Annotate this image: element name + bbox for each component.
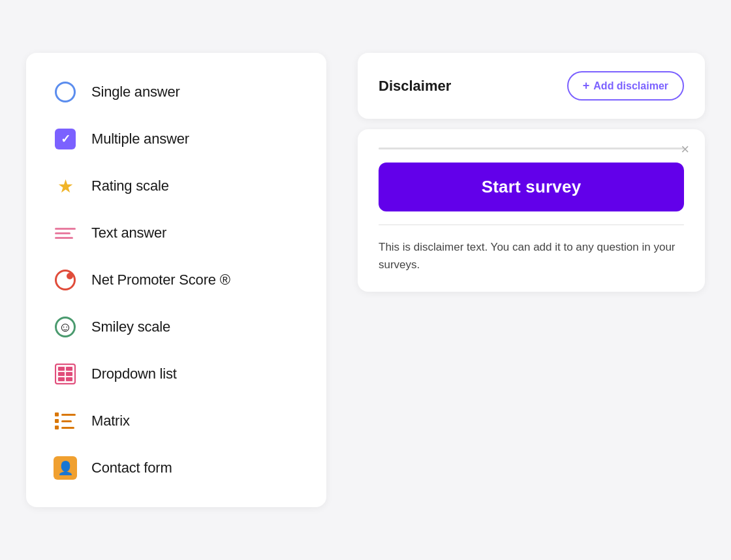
sidebar-item-smiley-scale[interactable]: ☺ Smiley scale (47, 303, 305, 350)
sidebar-item-label: Single answer (91, 84, 180, 101)
sidebar-item-matrix[interactable]: Matrix (47, 397, 305, 444)
disclaimer-card: Disclaimer + Add disclaimer (358, 53, 705, 119)
sidebar-item-dropdown-list[interactable]: Dropdown list (47, 350, 305, 397)
sidebar-item-label: Smiley scale (91, 319, 170, 335)
sidebar-item-label: Dropdown list (91, 366, 177, 382)
page-wrapper: Single answer Multiple answer ★ Rating s… (0, 27, 731, 533)
contact-form-icon: 👤 (52, 455, 78, 481)
smiley-scale-icon: ☺ (52, 314, 78, 340)
close-icon[interactable]: × (681, 142, 689, 157)
matrix-icon (52, 408, 78, 434)
add-disclaimer-label: Add disclaimer (593, 80, 668, 92)
sidebar-item-contact-form[interactable]: 👤 Contact form (47, 444, 305, 491)
bottom-divider (379, 225, 684, 225)
sidebar-item-label: Matrix (91, 412, 130, 429)
right-panel: Disclaimer + Add disclaimer × Start surv… (358, 53, 705, 292)
rating-scale-icon: ★ (52, 173, 78, 199)
sidebar-item-label: Multiple answer (91, 131, 189, 148)
disclaimer-title: Disclaimer (379, 78, 451, 95)
start-survey-button[interactable]: Start survey (379, 163, 684, 211)
plus-icon: + (583, 79, 590, 93)
add-disclaimer-button[interactable]: + Add disclaimer (567, 71, 684, 101)
dropdown-list-icon (52, 361, 78, 387)
left-panel: Single answer Multiple answer ★ Rating s… (26, 53, 326, 507)
sidebar-item-single-answer[interactable]: Single answer (47, 69, 305, 116)
sidebar-item-label: Text answer (91, 225, 166, 241)
text-answer-icon (52, 220, 78, 246)
sidebar-item-label: Rating scale (91, 178, 169, 194)
top-divider (379, 148, 684, 149)
nps-icon (52, 267, 78, 293)
sidebar-item-multiple-answer[interactable]: Multiple answer (47, 116, 305, 163)
sidebar-item-nps[interactable]: Net Promoter Score ® (47, 257, 305, 303)
sidebar-item-label: Contact form (91, 459, 172, 476)
single-answer-icon (52, 79, 78, 105)
sidebar-item-rating-scale[interactable]: ★ Rating scale (47, 163, 305, 210)
disclaimer-body-text: This is disclaimer text. You can add it … (379, 238, 684, 273)
sidebar-item-label: Net Promoter Score ® (91, 272, 230, 288)
survey-preview-card: × Start survey This is disclaimer text. … (358, 129, 705, 292)
sidebar-item-text-answer[interactable]: Text answer (47, 210, 305, 257)
multiple-answer-icon (52, 126, 78, 152)
